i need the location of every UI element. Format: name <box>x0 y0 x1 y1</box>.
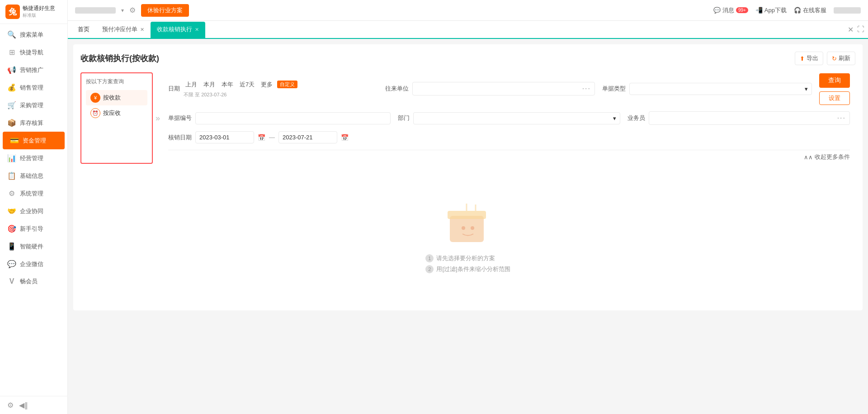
sidebar-item-purchase[interactable]: 🛒 采购管理 <box>0 96 67 114</box>
sidebar-nav: 🔍 搜索菜单 ⊞ 快捷导航 📢 营销推广 💰 销售管理 🛒 采购管理 📦 库存核… <box>0 24 67 396</box>
tab-home[interactable]: 首页 <box>71 22 96 38</box>
collapse-conditions-button[interactable]: ∧∧ 收起更多条件 <box>804 153 850 161</box>
receipt-option-icon: ¥ <box>90 93 100 103</box>
sidebar-item-quick-nav[interactable]: ⊞ 快捷导航 <box>0 43 67 61</box>
calendar-start-icon[interactable]: 📅 <box>258 134 265 141</box>
voucher-type-select[interactable]: ▾ <box>629 83 812 95</box>
tab-expand-button[interactable]: ⛶ <box>857 25 864 33</box>
sidebar-bottom: ⚙ ◀‖ <box>0 396 67 414</box>
tab-prepay[interactable]: 预付冲应付单 ✕ <box>96 22 151 38</box>
query-button[interactable]: 查询 <box>819 73 850 88</box>
sidebar-item-label: 资金管理 <box>23 137 46 145</box>
sidebar-item-inventory[interactable]: 📦 库存核算 <box>0 114 67 132</box>
export-button[interactable]: ⬆ 导出 <box>795 52 823 65</box>
tab-receipt-verify-close-icon[interactable]: ✕ <box>195 27 199 33</box>
sales-icon: 💰 <box>7 83 16 92</box>
sidebar-item-label: 企业微信 <box>20 260 43 268</box>
sidebar-item-hardware[interactable]: 📱 智能硬件 <box>0 238 67 255</box>
main-area: ▾ ⚙ 休验行业方案 💬 消息 99+ 📲 App下载 🎧 在线客服 首页 <box>68 0 868 414</box>
counterparty-field: 往来单位 ··· <box>385 82 595 95</box>
sidebar-item-enterprise[interactable]: 🤝 企业协同 <box>0 202 67 220</box>
sidebar-item-marketing[interactable]: 📢 营销推广 <box>0 61 67 79</box>
sidebar-item-member[interactable]: V 畅会员 <box>0 273 67 290</box>
sidebar-item-operations[interactable]: 📊 经营管理 <box>0 149 67 167</box>
refresh-button[interactable]: ↻ 刷新 <box>827 52 855 65</box>
message-button[interactable]: 💬 消息 99+ <box>713 6 748 14</box>
filter-option-by-receipt[interactable]: ¥ 按收款 <box>86 90 147 105</box>
online-service-button[interactable]: 🎧 在线客服 <box>794 6 826 14</box>
receivable-option-icon: ⏰ <box>90 108 100 118</box>
date-last-month[interactable]: 上月 <box>184 80 199 90</box>
export-icon: ⬆ <box>800 55 805 62</box>
date-this-year[interactable]: 本年 <box>220 80 235 90</box>
tab-close-button[interactable]: ✕ <box>848 25 854 34</box>
page-title-row: 收款核销执行(按收款) ⬆ 导出 ↻ 刷新 <box>80 52 855 65</box>
counterparty-ellipsis-icon[interactable]: ··· <box>582 85 591 93</box>
svg-point-2 <box>462 226 465 230</box>
filter-scheme-title: 按以下方案查询 <box>86 78 147 86</box>
date-this-month[interactable]: 本月 <box>202 80 217 90</box>
sidebar-item-label: 采购管理 <box>20 101 43 109</box>
verify-date-start-input[interactable] <box>195 131 254 143</box>
empty-state: 1 请先选择要分析的方案 2 用[过滤]条件来缩小分析范围 <box>80 164 855 303</box>
sidebar-item-guide[interactable]: 🎯 新手引导 <box>0 220 67 238</box>
date-no-limit: 不限 至 2023-07-26 <box>184 91 297 98</box>
refresh-label: 刷新 <box>839 54 850 62</box>
filter-collapse-button[interactable]: » <box>153 72 163 164</box>
topbar-brand <box>75 7 116 14</box>
sidebar-item-label: 畅会员 <box>20 277 38 286</box>
sidebar-item-label: 系统管理 <box>20 190 43 198</box>
verify-date-range: 📅 — 📅 <box>195 131 349 143</box>
sidebar-item-label: 库存核算 <box>20 119 43 127</box>
empty-hints: 1 请先选择要分析的方案 2 用[过滤]条件来缩小分析范围 <box>425 254 510 276</box>
filter-option-by-receivable[interactable]: ⏰ 按应收 <box>86 105 147 121</box>
verify-date-label: 核销日期 <box>168 133 192 142</box>
tabs-actions: ✕ ⛶ <box>848 25 864 34</box>
set-button[interactable]: 设置 <box>819 91 850 105</box>
sidebar-item-search-menu[interactable]: 🔍 搜索菜单 <box>0 26 67 43</box>
filter-scheme-panel: 按以下方案查询 ¥ 按收款 ⏰ 按应收 <box>80 72 153 164</box>
sidebar-item-sales[interactable]: 💰 销售管理 <box>0 79 67 96</box>
voucher-no-input[interactable] <box>195 112 391 124</box>
message-icon: 💬 <box>713 7 721 14</box>
sidebar-collapse-icon[interactable]: ◀‖ <box>19 401 28 409</box>
sidebar-item-label: 基础信息 <box>20 172 43 180</box>
solution-button[interactable]: 休验行业方案 <box>141 4 189 17</box>
sidebar-item-wechat[interactable]: 💬 企业微信 <box>0 255 67 273</box>
verify-date-end-input[interactable] <box>278 131 337 143</box>
dept-select[interactable]: ▾ <box>413 112 620 124</box>
topbar-gear-icon[interactable]: ⚙ <box>129 6 136 14</box>
sidebar-item-capital[interactable]: 💳 资金管理 <box>3 132 65 149</box>
filter-row-1: 日期 上月 本月 本年 近7天 更多 自定义 不限 至 <box>168 72 850 105</box>
calendar-end-icon[interactable]: 📅 <box>341 134 349 141</box>
operations-icon: 📊 <box>7 154 16 162</box>
search-menu-icon: 🔍 <box>7 30 16 39</box>
online-service-label: 在线客服 <box>803 6 826 14</box>
date-more[interactable]: 更多 <box>259 80 274 90</box>
sales-rep-input[interactable]: ··· <box>649 111 850 125</box>
tab-prepay-close-icon[interactable]: ✕ <box>140 27 144 33</box>
app-name: 畅捷通好生意 <box>23 5 55 12</box>
bottom-settings-icon[interactable]: ⚙ <box>7 401 14 409</box>
page-container: 收款核销执行(按收款) ⬆ 导出 ↻ 刷新 按以下方案查询 <box>73 44 863 310</box>
filter-panel: 按以下方案查询 ¥ 按收款 ⏰ 按应收 » <box>80 72 855 164</box>
guide-icon: 🎯 <box>7 224 16 233</box>
counterparty-input[interactable]: ··· <box>412 82 595 95</box>
date-field: 日期 上月 本月 本年 近7天 更多 自定义 不限 至 <box>168 80 378 98</box>
counterparty-label: 往来单位 <box>385 85 409 93</box>
app-download-button[interactable]: 📲 App下载 <box>755 6 787 14</box>
tab-receipt-verify[interactable]: 收款核销执行 ✕ <box>151 22 205 38</box>
sidebar-item-system[interactable]: ⚙ 系统管理 <box>0 185 67 202</box>
hint-num-2: 2 <box>425 265 434 273</box>
sidebar-item-basic-info[interactable]: 📋 基础信息 <box>0 167 67 185</box>
content-area: 收款核销执行(按收款) ⬆ 导出 ↻ 刷新 按以下方案查询 <box>68 39 868 414</box>
hint-text-1: 请先选择要分析的方案 <box>436 254 495 262</box>
sales-rep-label: 业务员 <box>627 114 645 122</box>
topbar-chevron-icon[interactable]: ▾ <box>121 7 124 14</box>
sales-rep-ellipsis-icon[interactable]: ··· <box>837 114 846 122</box>
date-7days[interactable]: 近7天 <box>238 80 256 90</box>
chevron-down-icon: ▾ <box>805 86 808 92</box>
date-custom-badge[interactable]: 自定义 <box>277 81 297 88</box>
topbar-brand-blur <box>75 7 116 14</box>
filter-row-2: 单据编号 部门 ▾ 业务员 <box>168 111 850 125</box>
